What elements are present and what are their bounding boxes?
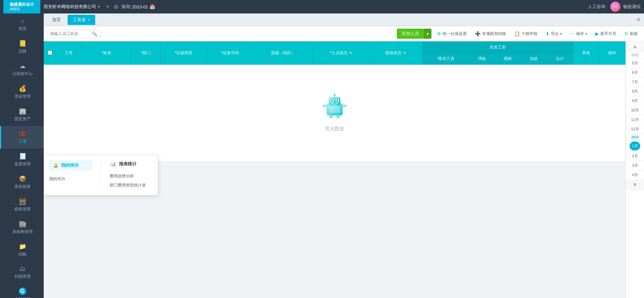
month-mar-2023[interactable]: 3月	[626, 161, 644, 170]
svg-rect-9	[343, 105, 347, 107]
sidebar-item-general-ledger[interactable]: 📒 总账	[0, 36, 44, 58]
new-guide-btn[interactable]: ▶ 新手引导	[593, 30, 619, 38]
tab-close-btn[interactable]: ×	[88, 18, 90, 22]
expense-icon: G	[19, 288, 26, 295]
popup-todo-title[interactable]: 🔔 我的待办	[49, 160, 92, 170]
export-btn[interactable]: ⬇ 导出 ▾	[543, 30, 565, 38]
month-apr-2023[interactable]: 4月	[626, 170, 644, 180]
salary-icon: 💼	[19, 130, 26, 137]
month-dec-2022[interactable]: 12月	[626, 125, 644, 134]
sidebar-item-home[interactable]: ⌂ 首页	[0, 13, 44, 36]
month-aug-2022[interactable]: 8月	[626, 87, 644, 96]
settings-icon[interactable]: ⚙	[114, 4, 118, 10]
sidebar-item-multi-org[interactable]: 🏬 多机构管理	[0, 216, 44, 239]
tab-bar: 首页 工资表 × ✕	[44, 13, 644, 26]
month-feb-2023[interactable]: 2月	[626, 152, 644, 161]
svg-rect-8	[323, 105, 327, 107]
sidebar-label-fund-mgmt: 资金管理	[14, 94, 31, 99]
tab-home[interactable]: 首页	[47, 15, 66, 25]
add-person-btn[interactable]: 添加人员	[397, 29, 424, 39]
month-oct-2022[interactable]: 10月	[626, 106, 644, 115]
calendar-icon[interactable]: 📅	[150, 4, 155, 9]
operation-btn[interactable]: ⋯ 操作 ▾	[567, 30, 590, 38]
submit-filter-icon[interactable]: ▼	[403, 51, 407, 55]
sidebar-label-tax: 税务管理	[14, 206, 31, 212]
fund-icon: 💰	[19, 85, 26, 92]
close-acct-icon: 📁	[19, 243, 26, 250]
search-input[interactable]	[50, 31, 90, 36]
popup-todo-item[interactable]: 我的待办	[49, 174, 92, 184]
user-name: 畅捷通组	[623, 4, 641, 10]
personal-tax-btn[interactable]: 📋 个税申报	[512, 30, 540, 38]
sidebar-label-close-account: 结账	[18, 252, 27, 257]
assets-icon: 🏢	[19, 107, 26, 115]
social-insurance-btn[interactable]: ⚙ 统一社保设置	[434, 30, 469, 38]
tab-salary[interactable]: 工资表 ×	[68, 15, 95, 25]
th-checkbox[interactable]	[44, 42, 56, 65]
sidebar-item-fund-mgmt[interactable]: 💰 资金管理	[0, 81, 44, 103]
inventory-icon: 📦	[19, 175, 26, 183]
month-may-2022[interactable]: 5月	[626, 59, 644, 68]
svg-point-7	[334, 94, 336, 96]
app-logo: 畅捷通好会计 旗舰版	[3, 0, 40, 13]
th-allowance: 津贴	[469, 53, 495, 65]
sidebar-label-invoice: 发票管理	[14, 161, 31, 167]
popup-dept-cost-item[interactable]: 部门费用类型统计表	[110, 181, 153, 190]
empty-text: 暂无数据	[325, 126, 344, 132]
support-label[interactable]: 人工咨询	[588, 4, 605, 10]
special-deduction-btn[interactable]: ➕ 专项附加扣除	[472, 30, 509, 38]
sidebar-item-close-account[interactable]: 📁 结账	[0, 239, 44, 261]
sidebar-item-fixed-assets[interactable]: 🏢 固定资产	[0, 103, 44, 126]
sidebar-item-tax[interactable]: 🧮 税务管理	[0, 194, 44, 216]
sidebar-item-cloud-report[interactable]: ☁ 云报表中心	[0, 58, 44, 81]
th-department: *部门	[131, 42, 160, 65]
popup-cost-trend-item[interactable]: 费用趋势分析	[110, 172, 153, 181]
sidebar-item-archive[interactable]: 🗂 归档管理	[0, 261, 44, 284]
svg-rect-10	[329, 115, 333, 118]
empty-state-cell: 暂无数据	[44, 65, 626, 162]
sidebar-label-fixed-assets: 固定资产	[14, 116, 31, 122]
sidebar-item-salary[interactable]: 💼 工资	[0, 126, 44, 148]
month-jan-2023[interactable]: 1月	[630, 141, 640, 151]
export-icon: ⬇	[545, 31, 550, 36]
tab-salary-label: 工资表	[73, 17, 86, 23]
sidebar-label-cloud-report: 云报表中心	[12, 71, 33, 77]
select-all-checkbox[interactable]	[48, 51, 52, 55]
svg-rect-11	[336, 115, 340, 118]
period-value[interactable]: 2023-01	[132, 4, 148, 9]
th-person-status: *人员状态 ▼	[313, 42, 370, 65]
month-prev-btn[interactable]: ▲	[626, 41, 644, 52]
popup-report-title[interactable]: 📊 报表统计	[110, 160, 153, 168]
add-person-dropdown-btn[interactable]: ▾	[424, 29, 431, 39]
svg-rect-12	[329, 106, 340, 113]
report-icon: 📊	[110, 160, 117, 168]
month-jul-2022[interactable]: 7月	[626, 77, 644, 87]
th-salary-group: 应发工资	[422, 42, 573, 53]
empty-robot-icon	[321, 94, 348, 121]
home-icon: ⌂	[21, 18, 24, 25]
th-deduction: 扣款	[521, 53, 547, 65]
month-jun-2022[interactable]: 6月	[626, 68, 644, 77]
add-icon[interactable]: +	[106, 3, 110, 10]
todo-icon: 🔔	[52, 162, 59, 169]
th-pension: 养老	[573, 42, 599, 65]
person-status-filter-icon[interactable]: ▼	[349, 51, 352, 55]
month-next-btn[interactable]: ▼	[626, 180, 644, 190]
th-name: *姓名	[82, 42, 131, 65]
sidebar-item-inventory[interactable]: 📦 库存核算	[0, 171, 44, 194]
tax-icon: 🧮	[19, 198, 26, 205]
refresh-btn[interactable]: ↻ 刷新	[622, 30, 641, 38]
company-selector[interactable]: 西安虾米网络科技有限公司 ▾	[44, 4, 100, 10]
avatar: CE	[610, 2, 620, 12]
month-sep-2022[interactable]: 9月	[626, 96, 644, 106]
guide-toolbar-icon: ▶	[595, 31, 599, 36]
month-nov-2022[interactable]: 11月	[626, 115, 644, 125]
th-total: 合计	[547, 53, 573, 65]
sidebar: ⌂ 首页 📒 总账 ☁ 云报表中心 💰 资金管理 🏢 固定资产 💼 工资 🧾 发…	[0, 13, 44, 298]
cloud-icon: ☁	[20, 62, 26, 70]
year-2022-label: 2022	[626, 52, 644, 59]
window-close-btn[interactable]: ✕	[636, 16, 641, 23]
year-2023-label: 2023	[626, 134, 644, 141]
sidebar-item-expense[interactable]: G 小畅报销	[0, 284, 44, 298]
sidebar-item-invoice[interactable]: 🧾 发票管理	[0, 148, 44, 171]
